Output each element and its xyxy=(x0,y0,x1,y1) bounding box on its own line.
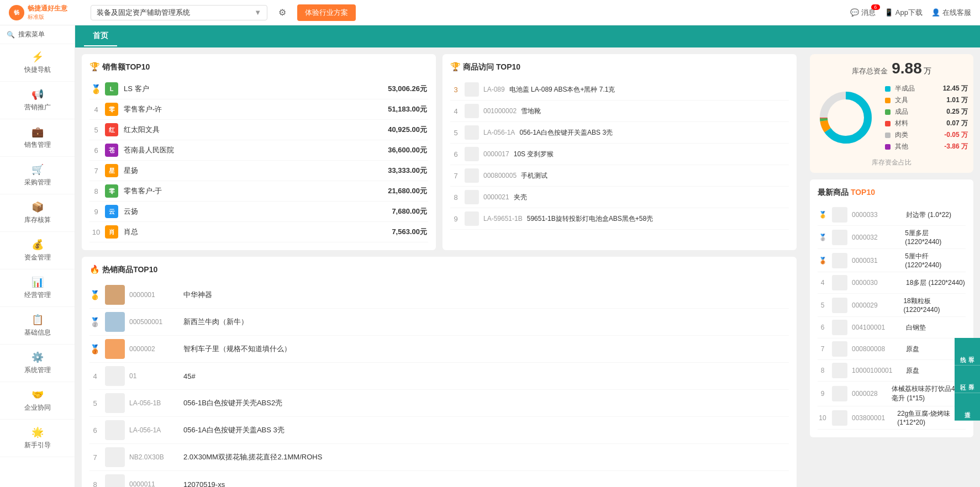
system-icon: ⚙️ xyxy=(31,351,44,363)
legend-value: 0.25 万 xyxy=(946,107,968,117)
app-download-button[interactable]: 📱 App下载 xyxy=(884,8,923,18)
customer-badge: 零 xyxy=(105,103,118,116)
sidebar-item-label: 营销推广 xyxy=(24,103,51,112)
top-lists-row: 🏆 销售额TOP10 🥇 L LS 客户 53,006.26元 xyxy=(82,54,797,250)
sidebar-item-sales[interactable]: 💼 销售管理 xyxy=(0,119,75,157)
legend-dot xyxy=(885,121,891,126)
sidebar-item-label: 基础信息 xyxy=(24,328,51,337)
product-thumb xyxy=(832,207,847,223)
sidebar-item-operations[interactable]: 📊 经营管理 xyxy=(0,269,75,307)
product-code: 0000031 xyxy=(852,257,900,264)
message-button[interactable]: 💬 消息 6 xyxy=(850,8,876,18)
product-thumb xyxy=(105,285,125,305)
legend-name: 材料 xyxy=(895,119,942,128)
legend-name: 成品 xyxy=(895,107,942,117)
product-thumb xyxy=(465,190,479,204)
marketing-icon: 📢 xyxy=(31,88,44,100)
system-selector[interactable]: 装备及固定资产辅助管理系统 ▼ xyxy=(91,5,267,20)
new-products-card: 最新商品 TOP10 🥇 0000033 封边带 (1.0*22) 🥈 0 xyxy=(810,179,973,437)
hot-product-row: 8 0000011 12070519-xs xyxy=(89,471,789,487)
new-product-row: 7 000800008 原盘 xyxy=(818,338,966,360)
basic-icon: 📋 xyxy=(31,314,44,326)
product-code: 000800008 xyxy=(852,345,902,353)
service-label: 在线客服 xyxy=(942,8,971,18)
product-name: 新西兰牛肉（新牛） xyxy=(183,317,248,327)
new-product-row: 5 0000029 18颗粒板 (1220*2440) xyxy=(818,294,966,317)
product-thumb xyxy=(465,82,479,97)
product-code: LA-089 xyxy=(483,86,505,93)
product-name: 59651-1B旋转投影灯电池盒ABS黑色+58壳 xyxy=(527,214,653,224)
product-code: 001000002 xyxy=(483,107,517,115)
sidebar-item-label: 系统管理 xyxy=(24,366,51,375)
sidebar-item-inventory[interactable]: 📦 库存核算 xyxy=(0,194,75,232)
top-products-viewed-title: 🏆 商品访问 TOP10 xyxy=(450,62,789,72)
sidebar-item-search[interactable]: 🔍 搜索菜单 xyxy=(0,25,75,44)
legend-dot xyxy=(885,109,891,115)
legend-dot xyxy=(885,144,891,150)
product-thumb xyxy=(465,125,479,140)
product-thumb xyxy=(105,393,125,413)
trial-button[interactable]: 体验行业方案 xyxy=(297,4,356,21)
rank-medal: 🥇 xyxy=(89,290,101,300)
tab-home[interactable]: 首页 xyxy=(84,27,117,46)
rank-medal: 🥈 xyxy=(89,317,101,327)
legend-name: 文具 xyxy=(895,96,942,105)
rank-num: 8 xyxy=(451,193,460,202)
rank-num: 8 xyxy=(818,367,828,374)
operations-icon: 📊 xyxy=(31,276,44,288)
inventory-label: 库存总资金 xyxy=(852,67,888,75)
rank-num: 6 xyxy=(451,150,460,158)
app-icon: 📱 xyxy=(884,8,893,17)
legend-value: 12.45 万 xyxy=(943,84,968,93)
product-name: 封边带 (1.0*22) xyxy=(906,210,951,220)
inventory-caption: 库存资金占比 xyxy=(815,158,968,167)
customer-amount: 33,333.00元 xyxy=(388,166,427,176)
hot-products-list: 🥇 0000001 中华神器 🥈 000500001 新西兰牛肉（新牛） xyxy=(89,282,789,487)
customer-row: 6 苍 苍南县人民医院 36,600.00元 xyxy=(89,140,428,161)
rank-num: 7 xyxy=(818,345,828,353)
donut-chart xyxy=(815,87,876,148)
sidebar-item-marketing[interactable]: 📢 营销推广 xyxy=(0,82,75,119)
settings-button[interactable]: ⚙ xyxy=(274,4,291,21)
sidebar-item-system[interactable]: ⚙️ 系统管理 xyxy=(0,345,75,382)
product-name: 中华神器 xyxy=(183,290,212,300)
inventory-card: 库存总资金 9.88 万 xyxy=(810,54,973,173)
customer-row: 10 肖 肖总 7,563.00元 xyxy=(89,222,428,242)
product-thumb xyxy=(105,312,125,332)
legend-dot xyxy=(885,86,891,92)
customer-amount: 21,680.00元 xyxy=(388,186,427,196)
sidebar-item-basic[interactable]: 📋 基础信息 xyxy=(0,307,75,345)
sidebar-item-enterprise[interactable]: 🤝 企业协同 xyxy=(0,382,75,420)
product-name: 手机测试 xyxy=(521,171,547,181)
rank-num: 10 xyxy=(818,414,828,422)
sidebar-item-quicknav[interactable]: ⚡ 快捷导航 xyxy=(0,44,75,82)
legend-row: 成品 0.25 万 xyxy=(885,106,968,118)
product-thumb xyxy=(105,447,125,467)
hot-products-title: 🔥 热销商品TOP10 xyxy=(89,264,789,275)
product-name: 056-1A白色按键开关盖ABS 3壳 xyxy=(519,128,613,137)
product-name: 原盘 xyxy=(906,366,919,375)
customer-row: 5 红 红太阳文具 40,925.00元 xyxy=(89,120,428,140)
top-right-area: 💬 消息 6 📱 App下载 👤 在线客服 xyxy=(850,8,971,18)
service-button[interactable]: 👤 在线客服 xyxy=(931,8,971,18)
sidebar-item-guide[interactable]: 🌟 新手引导 xyxy=(0,420,75,457)
inventory-amount: 9.88 xyxy=(892,60,922,77)
product-name: 原盘 xyxy=(906,345,919,354)
product-code: 0000028 xyxy=(852,390,887,398)
product-thumb xyxy=(832,253,847,268)
product-code: 000500001 xyxy=(129,318,179,326)
sidebar-item-purchase[interactable]: 🛒 采购管理 xyxy=(0,157,75,194)
new-product-row: 9 0000028 体械荔枝味苏打饮品400毫升 (1*15) xyxy=(818,382,966,406)
service-hotline-button[interactable]: 客服热线 xyxy=(955,338,980,366)
product-thumb xyxy=(465,104,479,118)
sidebar-item-finance[interactable]: 💰 资金管理 xyxy=(0,232,75,269)
legend-dot xyxy=(885,98,891,103)
message-icon: 💬 xyxy=(850,8,859,17)
top-bar: 畅 畅捷通好生意 标准版 装备及固定资产辅助管理系统 ▼ ⚙ 体验行业方案 💬 … xyxy=(0,0,980,25)
service-community-button[interactable]: 服务社区 xyxy=(955,366,980,393)
live-button[interactable]: 直播 xyxy=(955,393,980,421)
logo-subtitle: 标准版 xyxy=(28,13,67,21)
customer-name: 云扬 xyxy=(124,207,388,216)
product-thumb xyxy=(105,339,125,359)
top-products-viewed-list: 3 LA-089 电池盖 LA-089 ABS本色+黑种 7.1克 4 0010… xyxy=(450,79,789,230)
